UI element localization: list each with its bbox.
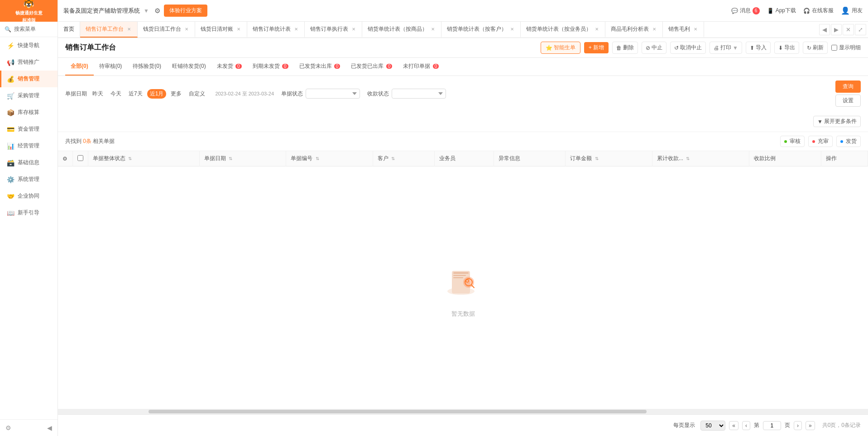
suspend-btn[interactable]: ⊘ 中止 bbox=[642, 42, 667, 54]
print-btn[interactable]: 🖨 打印 ▼ bbox=[710, 42, 742, 54]
delete-btn[interactable]: 🗑 删除 bbox=[612, 42, 638, 54]
tab-fullscreen-btn[interactable]: ⤢ bbox=[855, 24, 866, 35]
experience-btn[interactable]: 体验行业方案 bbox=[164, 5, 207, 17]
tab-next-btn[interactable]: ▶ bbox=[831, 24, 842, 35]
tab-close-profit[interactable]: ✕ bbox=[693, 27, 698, 32]
first-page-btn[interactable]: « bbox=[729, 421, 739, 430]
collapse-icon[interactable]: ◀ bbox=[47, 424, 52, 431]
tab-close-cash-reconcile[interactable]: ✕ bbox=[236, 27, 241, 32]
date-option-7days[interactable]: 近7天 bbox=[126, 89, 145, 99]
sidebar-item-quick-nav[interactable]: ⚡ 快捷导航 bbox=[0, 37, 58, 54]
subtab-pending-review[interactable]: 待审核(0) bbox=[94, 58, 128, 76]
sidebar-item-finance[interactable]: 💳 资金管理 bbox=[0, 121, 58, 137]
tab-close-product[interactable]: ✕ bbox=[430, 27, 436, 32]
tab-close-staff[interactable]: ✕ bbox=[594, 27, 599, 32]
last-page-btn[interactable]: » bbox=[806, 421, 815, 430]
export-btn[interactable]: ⬇ 导出 bbox=[774, 42, 799, 54]
col-status[interactable]: 单据整体状态 ⇅ bbox=[88, 151, 200, 166]
tab-home[interactable]: 首页 bbox=[58, 22, 80, 38]
prev-page-btn[interactable]: ‹ bbox=[742, 421, 750, 430]
settings-bottom-icon[interactable]: ⚙ bbox=[5, 424, 11, 431]
subtab-all[interactable]: 全部(0) bbox=[65, 58, 94, 76]
page-content: 销售订单工作台 ⭐ 智能生单 + 新增 🗑 删除 ⊘ 中止 ↺ 取消中止 🖨 打… bbox=[58, 38, 868, 436]
col-staff[interactable]: 业务员 bbox=[435, 151, 494, 166]
subtab-unshipped[interactable]: 未发货 0 bbox=[211, 58, 247, 76]
payment-filter-select[interactable] bbox=[392, 89, 446, 99]
col-customer[interactable]: 客户 ⇅ bbox=[373, 151, 434, 166]
date-option-1month[interactable]: 近1月 bbox=[147, 89, 167, 99]
page-input[interactable] bbox=[763, 421, 781, 430]
sidebar-item-basic[interactable]: 🗃️ 基础信息 bbox=[0, 154, 58, 171]
system-dropdown-arrow[interactable]: ▼ bbox=[144, 8, 149, 14]
tab-cash-reconcile[interactable]: 钱货日清对账 ✕ bbox=[195, 22, 247, 38]
query-btn[interactable]: 查询 bbox=[835, 81, 861, 93]
per-page-select[interactable]: 10 20 50 100 bbox=[700, 421, 725, 431]
tab-sales-stats[interactable]: 销售订单统计表 ✕ bbox=[247, 22, 305, 38]
date-option-more[interactable]: 更多 bbox=[168, 89, 184, 99]
subtab-label: 旺铺待发货(0) bbox=[172, 63, 206, 69]
subtab-pending-inspect[interactable]: 待拣验货(0) bbox=[127, 58, 167, 76]
col-date[interactable]: 单据日期 ⇅ bbox=[200, 151, 286, 166]
cancel-suspend-btn[interactable]: ↺ 取消中止 bbox=[670, 42, 706, 54]
hscroll-bar[interactable] bbox=[58, 409, 868, 414]
col-number[interactable]: 单据编号 ⇅ bbox=[286, 151, 373, 166]
sidebar-item-marketing[interactable]: 📢 营销推广 bbox=[0, 54, 58, 71]
hscroll-thumb[interactable] bbox=[149, 410, 647, 413]
revoke-btn[interactable]: 充审 bbox=[808, 136, 833, 147]
tab-close-gross[interactable]: ✕ bbox=[652, 27, 657, 32]
sidebar-item-operations[interactable]: 📊 经营管理 bbox=[0, 137, 58, 154]
subtab-shipped-not-out[interactable]: 已发货未出库 0 bbox=[294, 58, 346, 76]
date-option-yesterday[interactable]: 昨天 bbox=[90, 89, 106, 99]
refresh-btn[interactable]: ↻ 刷新 bbox=[803, 42, 828, 54]
tab-sales-summary-product[interactable]: 销货单统计表（按商品） ✕ bbox=[362, 22, 441, 38]
subtab-wangpu-ship[interactable]: 旺铺待发货(0) bbox=[167, 58, 211, 76]
online-service-btn[interactable]: 🎧 在线客服 bbox=[803, 7, 834, 14]
col-checkbox[interactable] bbox=[72, 151, 88, 166]
tab-sales-summary-staff[interactable]: 销货单统计表（按业务员） ✕ bbox=[521, 22, 605, 38]
sidebar-item-purchase[interactable]: 🛒 采购管理 bbox=[0, 87, 58, 104]
subtab-unprinted[interactable]: 未打印单据 0 bbox=[398, 58, 444, 76]
select-all-checkbox[interactable] bbox=[77, 155, 83, 161]
status-filter-select[interactable] bbox=[306, 89, 360, 99]
sidebar-item-system[interactable]: ⚙️ 系统管理 bbox=[0, 171, 58, 188]
user-btn[interactable]: 👤 用友 bbox=[841, 6, 863, 15]
date-option-custom[interactable]: 自定义 bbox=[186, 89, 208, 99]
next-page-btn[interactable]: › bbox=[794, 421, 802, 430]
expand-conditions-btn[interactable]: ▼ 展开更多条件 bbox=[813, 116, 861, 127]
col-collected[interactable]: 累计收款... ⇅ bbox=[652, 151, 749, 166]
tab-close-sales-exec[interactable]: ✕ bbox=[351, 27, 356, 32]
set-btn[interactable]: 设置 bbox=[835, 95, 861, 107]
app-download-btn[interactable]: 📱 App下载 bbox=[767, 7, 796, 14]
show-detail-input[interactable] bbox=[831, 45, 837, 51]
smart-btn[interactable]: ⭐ 智能生单 bbox=[541, 42, 580, 54]
tab-sales-exec[interactable]: 销售订单执行表 ✕ bbox=[305, 22, 362, 38]
tab-close-sales-workbench[interactable]: ✕ bbox=[126, 27, 132, 32]
sidebar-item-guide[interactable]: 📖 新手引导 bbox=[0, 204, 58, 221]
tab-gross-profit[interactable]: 商品毛利分析表 ✕ bbox=[605, 22, 663, 38]
subtab-overdue-unshipped[interactable]: 到期未发货 0 bbox=[247, 58, 294, 76]
ship-btn[interactable]: 发货 bbox=[836, 136, 861, 147]
tab-cash-daily[interactable]: 钱货日清工作台 ✕ bbox=[138, 22, 195, 38]
col-amount[interactable]: 订单金额 ⇅ bbox=[566, 151, 652, 166]
tab-sales-profit[interactable]: 销售毛利 ✕ bbox=[663, 22, 704, 38]
subtab-shipped-out[interactable]: 已发货已出库 0 bbox=[345, 58, 398, 76]
message-btn[interactable]: 💬 消息 6 bbox=[731, 7, 760, 14]
search-menu[interactable]: 🔍 搜索菜单 bbox=[0, 22, 58, 37]
show-detail-checkbox[interactable]: 显示明细 bbox=[831, 44, 861, 52]
tab-sales-workbench[interactable]: 销售订单工作台 ✕ bbox=[80, 22, 138, 38]
sidebar-item-sales[interactable]: 💰 销售管理 bbox=[0, 71, 58, 87]
tab-sales-summary-customer[interactable]: 销货单统计表（按客户） ✕ bbox=[441, 22, 521, 38]
sidebar-item-inventory[interactable]: 📦 库存核算 bbox=[0, 104, 58, 121]
date-option-today[interactable]: 今天 bbox=[108, 89, 124, 99]
tab-close-cash-daily[interactable]: ✕ bbox=[184, 27, 189, 32]
tab-close-customer[interactable]: ✕ bbox=[509, 27, 515, 32]
import-btn[interactable]: ⬆ 导入 bbox=[746, 42, 771, 54]
tab-prev-btn[interactable]: ◀ bbox=[819, 24, 830, 35]
new-btn[interactable]: + 新增 bbox=[584, 42, 609, 53]
topbar-settings-icon[interactable]: ⚙ bbox=[154, 7, 160, 15]
tab-close-sales-stats[interactable]: ✕ bbox=[293, 27, 299, 32]
col-settings[interactable]: ⚙ bbox=[58, 151, 72, 166]
tab-close-all-btn[interactable]: ✕ bbox=[843, 24, 854, 35]
audit-btn[interactable]: 审核 bbox=[780, 136, 805, 147]
sidebar-item-enterprise[interactable]: 🤝 企业协同 bbox=[0, 188, 58, 204]
